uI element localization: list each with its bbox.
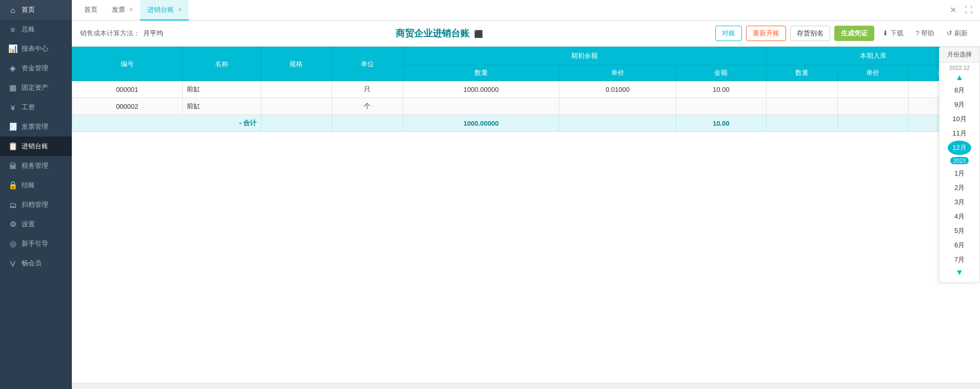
sidebar-item-inventory[interactable]: 📋 进销台账 xyxy=(0,137,72,156)
col-opening-qty: 数量 xyxy=(403,65,559,81)
cell-opening-amount xyxy=(676,98,766,115)
total-label: ▪ 合计 xyxy=(72,115,261,132)
year-2022-label: 2022.12 xyxy=(939,63,979,72)
month-2023-3[interactable]: 3月 xyxy=(939,195,979,209)
close-window-button[interactable]: ✕ xyxy=(948,4,958,16)
total-opening-qty: 1000.00000 xyxy=(403,115,559,132)
tab-inventory-close[interactable]: × xyxy=(178,6,182,13)
month-2023-5[interactable]: 5月 xyxy=(939,224,979,238)
col-unit: 单位 xyxy=(332,47,403,81)
table-row: 000001 前缸 只 1000.00000 0.01000 10.00 xyxy=(72,81,980,98)
cell-spec xyxy=(261,98,332,115)
assets-icon: ▦ xyxy=(8,83,17,92)
refresh-button[interactable]: ↺ 刷新 xyxy=(943,26,972,41)
window-controls: ✕ ⛶ xyxy=(948,4,975,16)
cell-name: 前缸 xyxy=(182,98,261,115)
archive-icon: 🗂 xyxy=(8,201,17,209)
save-alias-button[interactable]: 存货别名 xyxy=(790,26,830,41)
cell-opening-qty: 1000.00000 xyxy=(403,81,559,98)
sidebar-item-funds[interactable]: ◈ 资金管理 xyxy=(0,59,72,78)
month-2023-2[interactable]: 2月 xyxy=(939,181,979,195)
cell-incoming-price xyxy=(837,81,909,98)
sidebar-item-salary[interactable]: ¥ 工资 xyxy=(0,98,72,117)
cell-incoming-qty xyxy=(767,81,838,98)
month-10[interactable]: 10月 xyxy=(939,112,979,126)
inventory-table: 编号 名称 规格 单位 期初余额 本期入库 数量 单价 金额 数量 xyxy=(72,47,980,132)
tab-invoice[interactable]: 发票 × xyxy=(105,0,140,21)
col-spec: 规格 xyxy=(261,47,332,81)
sidebar-item-tax[interactable]: 🏛 税务管理 xyxy=(0,156,72,176)
cell-opening-price: 0.01000 xyxy=(559,81,676,98)
cell-spec xyxy=(261,81,332,98)
toolbar: 销售成本计算方法： 月平均 商贸企业进销台账 ⬛ 对账 重新开账 存货别名 生成… xyxy=(72,21,980,47)
sidebar-item-assets[interactable]: ▦ 固定资产 xyxy=(0,78,72,98)
generate-voucher-button[interactable]: 生成凭证 xyxy=(834,26,874,41)
month-scroll-up[interactable]: ▲ xyxy=(939,72,979,83)
reconcile-button[interactable]: 对账 xyxy=(715,26,742,41)
month-2023-7[interactable]: 7月 xyxy=(939,252,979,267)
cell-incoming-price xyxy=(837,98,909,115)
month-2023-4[interactable]: 4月 xyxy=(939,209,979,224)
month-panel-title: 月份选择 xyxy=(939,47,979,63)
col-opening-amount: 金额 xyxy=(676,65,766,81)
vip-icon: V xyxy=(8,259,17,268)
table-row: 000002 前缸 个 xyxy=(72,98,980,115)
reopen-button[interactable]: 重新开账 xyxy=(746,26,786,41)
total-incoming-price xyxy=(837,115,909,132)
cell-opening-qty xyxy=(403,98,559,115)
cell-incoming-qty xyxy=(767,98,838,115)
sidebar-item-home[interactable]: ⌂ 首页 xyxy=(0,0,72,20)
cell-name: 前缸 xyxy=(182,81,261,98)
cell-id: 000001 xyxy=(72,81,183,98)
ledger-icon: ≡ xyxy=(8,25,17,34)
total-spec xyxy=(261,115,332,132)
main-area: 首页 发票 × 进销台账 × ✕ ⛶ 销售成本计算方法： 月平均 商贸企业进销台… xyxy=(72,0,980,389)
month-11[interactable]: 11月 xyxy=(939,126,979,141)
inventory-icon: 📋 xyxy=(8,142,17,151)
page-title: 商贸企业进销台账 ⬛ xyxy=(163,27,715,40)
month-8[interactable]: 8月 xyxy=(939,83,979,98)
invoice-mgmt-icon: 🧾 xyxy=(8,122,17,131)
cell-opening-amount: 10.00 xyxy=(676,81,766,98)
sidebar-item-reports[interactable]: 📊 报表中心 xyxy=(0,39,72,59)
col-group-opening: 期初余额 xyxy=(403,47,766,65)
sidebar: ⌂ 首页 ≡ 总账 📊 报表中心 ◈ 资金管理 ▦ 固定资产 ¥ 工资 🧾 发票… xyxy=(0,0,72,389)
page-title-icon[interactable]: ⬛ xyxy=(474,30,483,38)
cell-unit: 只 xyxy=(332,81,403,98)
funds-icon: ◈ xyxy=(8,64,17,73)
tab-home[interactable]: 首页 xyxy=(77,0,105,21)
tab-invoice-close[interactable]: × xyxy=(129,6,133,13)
help-icon: ? xyxy=(916,29,919,37)
sidebar-item-guide[interactable]: ◎ 新手引导 xyxy=(0,234,72,254)
maximize-window-button[interactable]: ⛶ xyxy=(963,5,975,16)
total-opening-price xyxy=(559,115,676,132)
sidebar-item-ledger[interactable]: ≡ 总账 xyxy=(0,20,72,39)
home-icon: ⌂ xyxy=(8,6,17,14)
month-2023-1[interactable]: 1月 xyxy=(939,166,979,181)
tab-bar: 首页 发票 × 进销台账 × ✕ ⛶ xyxy=(72,0,980,21)
tab-inventory[interactable]: 进销台账 × xyxy=(140,0,189,21)
closeout-icon: 🔒 xyxy=(8,181,17,190)
help-button[interactable]: ? 帮助 xyxy=(912,26,939,41)
month-9[interactable]: 9月 xyxy=(939,98,979,112)
scrollbar[interactable] xyxy=(72,383,980,389)
sidebar-item-archive[interactable]: 🗂 归档管理 xyxy=(0,195,72,215)
sidebar-item-vip[interactable]: V 畅会员 xyxy=(0,254,72,273)
month-12[interactable]: 12月 xyxy=(948,141,971,155)
col-incoming-qty: 数量 xyxy=(767,65,838,81)
guide-icon: ◎ xyxy=(8,239,17,248)
cost-method-value: 月平均 xyxy=(143,29,163,38)
total-row: ▪ 合计 1000.00000 10.00 xyxy=(72,115,980,132)
sidebar-item-settings[interactable]: ⚙ 设置 xyxy=(0,215,72,234)
sidebar-item-invoice-mgmt[interactable]: 🧾 发票管理 xyxy=(0,117,72,137)
cost-method-label: 销售成本计算方法： xyxy=(80,29,140,38)
content-area: 销售成本计算方法： 月平均 商贸企业进销台账 ⬛ 对账 重新开账 存货别名 生成… xyxy=(72,21,980,389)
month-2023-6[interactable]: 6月 xyxy=(939,238,979,252)
table-wrapper[interactable]: 编号 名称 规格 单位 期初余额 本期入库 数量 单价 金额 数量 xyxy=(72,47,980,383)
download-button[interactable]: ⬇ 下载 xyxy=(878,26,908,41)
col-id: 编号 xyxy=(72,47,183,81)
total-incoming-qty xyxy=(767,115,838,132)
sidebar-item-closeout[interactable]: 🔒 结账 xyxy=(0,176,72,195)
tax-icon: 🏛 xyxy=(8,162,17,170)
month-scroll-down[interactable]: ▼ xyxy=(939,267,979,278)
